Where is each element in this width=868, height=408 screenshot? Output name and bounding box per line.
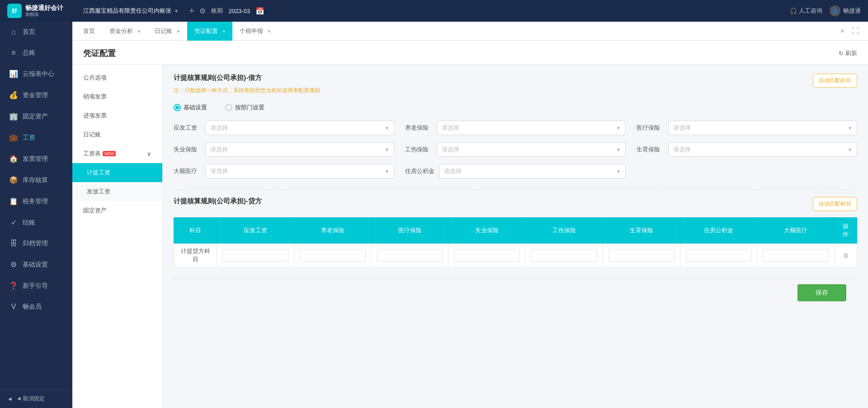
unemployment-label: 失业保险: [174, 145, 201, 154]
vip-icon: V: [9, 303, 18, 311]
sidebar-item-salary[interactable]: 💼 工资: [0, 127, 72, 148]
sidebar-item-assets[interactable]: 🏢 固定资产: [0, 106, 72, 127]
sidebar-item-tax[interactable]: 📋 税务管理: [0, 191, 72, 212]
close-voucher-tab-icon[interactable]: ×: [222, 28, 225, 34]
row-pension-cell[interactable]: [294, 244, 371, 267]
tab-bar: 首页 资金分析 × 日记账 × 凭证配置 × 个税申报 × × ⛶: [72, 22, 868, 41]
tab-home[interactable]: 首页: [76, 22, 102, 41]
row-work-injury-cell[interactable]: [526, 244, 603, 267]
sidebar-item-archive[interactable]: 🗄 归档管理: [0, 233, 72, 254]
housing-fund-input[interactable]: [686, 249, 752, 262]
user-area[interactable]: 👤 畅捷通: [830, 5, 861, 16]
left-nav-purchase[interactable]: 进项发票: [72, 106, 162, 125]
left-nav-sub: 计提工资 发放工资: [72, 163, 162, 201]
medical-input[interactable]: [377, 249, 443, 262]
field-pension: 养老保险 请选择 ▼: [405, 121, 626, 135]
radio-basic[interactable]: 基础设置: [174, 103, 207, 112]
sidebar-item-guide[interactable]: ❓ 新手引导: [0, 275, 72, 296]
applied-salary-input[interactable]: [222, 249, 288, 262]
left-nav-fixed-assets[interactable]: 固定资产: [72, 201, 162, 220]
close-tax-tab-icon[interactable]: ×: [268, 28, 270, 34]
tab-voucher-config[interactable]: 凭证配置 ×: [187, 22, 232, 41]
sidebar-item-checkout[interactable]: ✓ 结账: [0, 212, 72, 233]
unemployment-select[interactable]: 请选择 ▼: [205, 142, 394, 157]
sidebar-item-capital[interactable]: 💰 资金管理: [0, 84, 72, 106]
pension-select[interactable]: 请选择 ▼: [437, 121, 626, 135]
col-pension: 养老保险: [294, 218, 371, 244]
select-arrow-icon: ▼: [385, 126, 389, 131]
left-nav-pay-salary[interactable]: 发放工资: [72, 182, 162, 201]
credit-table: 科目 应发工资 养老保险 医疗保险 失业保险 工伤保险 生育保险 住房公积金 大…: [174, 217, 857, 267]
applied-salary-select[interactable]: 请选择 ▼: [205, 121, 394, 135]
medical-select[interactable]: 请选择 ▼: [668, 121, 857, 135]
tab-tax-report[interactable]: 个税申报 ×: [232, 22, 278, 41]
credit-auto-match-button[interactable]: 自动匹配科目: [813, 197, 857, 211]
debit-auto-match-button[interactable]: 自动匹配科目: [813, 74, 857, 88]
sidebar-item-vip[interactable]: V 畅会员: [0, 296, 72, 317]
close-all-tabs-icon[interactable]: ×: [839, 25, 846, 37]
refresh-icon: ↻: [839, 50, 844, 57]
sidebar-item-home[interactable]: ⌂ 首页: [0, 22, 72, 42]
row-unemployment-cell[interactable]: [448, 244, 526, 267]
unpin-button[interactable]: ◄ ◄ 取消固定: [0, 389, 72, 408]
col-housing-fund: 住房公积金: [680, 218, 757, 244]
headset-icon: 🎧: [790, 8, 797, 14]
pension-label: 养老保险: [405, 124, 432, 132]
save-button[interactable]: 保存: [797, 284, 846, 301]
applied-salary-label: 应发工资: [174, 124, 201, 132]
left-nav-journal[interactable]: 日记账: [72, 125, 162, 144]
service-button[interactable]: 🎧 人工咨询: [790, 7, 822, 15]
large-medical-input[interactable]: [763, 249, 829, 262]
maternity-select[interactable]: 请选择 ▼: [668, 142, 857, 157]
row-subject-label: 计提贷方科目: [174, 244, 217, 267]
field-work-injury: 工伤保险 请选择 ▼: [405, 142, 626, 157]
sidebar-item-inventory[interactable]: 📦 库存核算: [0, 169, 72, 191]
expand-icon[interactable]: ⛶: [850, 25, 861, 37]
work-injury-input[interactable]: [531, 249, 597, 262]
col-large-medical: 大额医疗: [757, 218, 835, 244]
refresh-button[interactable]: ↻ 刷新: [839, 49, 857, 57]
company-selector[interactable]: 江西服宝精品有限责任公司内账张 ▼: [80, 5, 182, 17]
pension-input[interactable]: [300, 249, 366, 262]
left-nav-sales[interactable]: 销项发票: [72, 87, 162, 106]
unpin-label: ◄ 取消固定: [16, 395, 45, 403]
radio-dept[interactable]: 按部门设置: [225, 103, 264, 112]
sidebar-item-ledger[interactable]: ≡ 总账: [0, 42, 72, 63]
save-bar: 保存: [174, 278, 857, 307]
close-journal-tab-icon[interactable]: ×: [177, 28, 179, 34]
large-medical-select[interactable]: 请选择 ▼: [205, 164, 394, 178]
sidebar-item-settings[interactable]: ⚙ 基础设置: [0, 254, 72, 275]
sidebar-item-reports[interactable]: 📊 云报表中心: [0, 63, 72, 84]
row-applied-salary-cell[interactable]: [217, 244, 294, 267]
select-arrow-icon: ▼: [848, 147, 852, 152]
work-injury-select[interactable]: 请选择 ▼: [437, 142, 626, 157]
add-icon[interactable]: +: [189, 6, 194, 16]
new-badge: NEW: [103, 151, 116, 156]
delete-row-icon[interactable]: 🗑: [843, 252, 849, 259]
calendar-icon[interactable]: 📅: [255, 7, 264, 15]
close-capital-tab-icon[interactable]: ×: [137, 28, 140, 34]
field-large-medical: 大额医疗 请选择 ▼: [174, 164, 394, 178]
work-injury-label: 工伤保险: [405, 145, 432, 154]
settings-icon[interactable]: ⚙: [199, 7, 206, 15]
page-header: 凭证配置 ↻ 刷新: [72, 41, 868, 65]
tab-capital-analysis[interactable]: 资金分析 ×: [102, 22, 147, 41]
housing-fund-select[interactable]: 请选择 ▼: [439, 164, 626, 178]
tab-journal[interactable]: 日记账 ×: [147, 22, 187, 41]
select-arrow-icon: ▼: [616, 126, 621, 131]
sidebar-item-label: 税务管理: [23, 197, 48, 206]
left-nav-salary-table[interactable]: 工资表 NEW ∨: [72, 144, 162, 163]
debit-section-header: 计提核算规则(公司承担)-借方 注：只能选择一种方式，系统将按照您当前的选择来配…: [174, 74, 857, 101]
left-nav-calc-salary[interactable]: 计提工资: [72, 163, 162, 182]
row-housing-fund-cell[interactable]: [680, 244, 757, 267]
sidebar-item-invoice[interactable]: 🏠 发票管理: [0, 148, 72, 169]
row-medical-cell[interactable]: [371, 244, 448, 267]
col-work-injury: 工伤保险: [526, 218, 603, 244]
period-value: 2023-03: [228, 8, 250, 14]
debit-section-title: 计提核算规则(公司承担)-借方: [174, 74, 320, 82]
unemployment-input[interactable]: [454, 249, 520, 262]
row-maternity-cell[interactable]: [603, 244, 680, 267]
left-nav-public[interactable]: 公共选项: [72, 68, 162, 87]
maternity-input[interactable]: [609, 249, 675, 262]
row-large-medical-cell[interactable]: [757, 244, 835, 267]
